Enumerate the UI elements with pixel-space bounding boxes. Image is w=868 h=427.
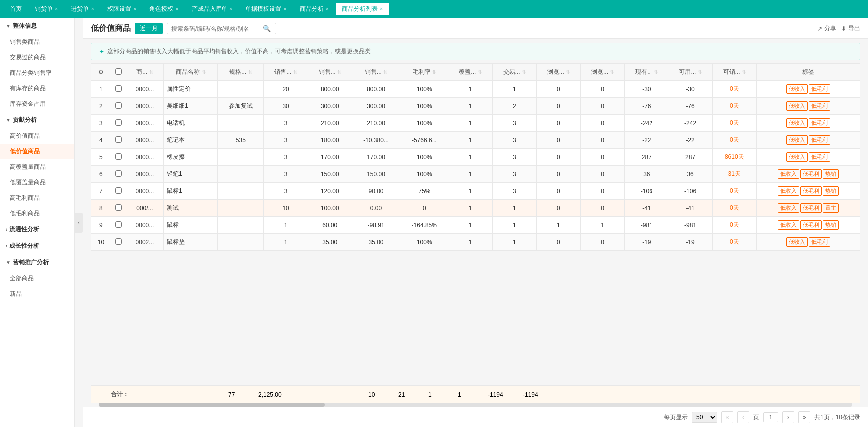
row-checkbox[interactable] xyxy=(115,136,122,143)
col-name[interactable]: 商品名称 ⇅ xyxy=(163,64,217,81)
sidebar-item-high-margin[interactable]: 高毛利商品 xyxy=(0,190,74,206)
gear-icon[interactable]: ⚙ xyxy=(98,69,104,76)
views-link[interactable]: 0 xyxy=(557,120,560,127)
cell-checkbox[interactable] xyxy=(111,98,126,115)
col-gear[interactable]: ⚙ xyxy=(91,64,111,81)
views-link[interactable]: 1 xyxy=(557,222,560,229)
nav-home[interactable]: 首页 xyxy=(4,3,28,15)
last-page-button[interactable]: » xyxy=(798,411,810,423)
col-sales-qty[interactable]: 销售... ⇅ xyxy=(264,64,308,81)
cell-checkbox[interactable] xyxy=(111,234,126,251)
row-checkbox[interactable] xyxy=(115,119,122,126)
cell-checkbox[interactable] xyxy=(111,115,126,132)
sidebar-item-new-products[interactable]: 新品 xyxy=(0,286,74,302)
cell-views1[interactable]: 0 xyxy=(536,81,580,98)
sidebar-item-low-value[interactable]: 低价值商品 xyxy=(0,144,74,159)
sidebar-item-all-products[interactable]: 全部商品 xyxy=(0,271,74,286)
views-link[interactable]: 0 xyxy=(557,171,560,178)
per-page-select[interactable]: 50 100 200 xyxy=(692,412,717,423)
col-views1[interactable]: 浏览... ⇅ xyxy=(536,64,580,81)
sidebar-item-low-coverage[interactable]: 低覆盖量商品 xyxy=(0,175,74,190)
cell-views1[interactable]: 0 xyxy=(536,115,580,132)
sidebar-item-high-value[interactable]: 高价值商品 xyxy=(0,128,74,144)
nav-product-inbound[interactable]: 产成品入库单 × xyxy=(186,3,238,15)
nav-role-auth[interactable]: 角色授权 × xyxy=(143,3,184,15)
sidebar-item-category-sales-rate[interactable]: 商品分类销售率 xyxy=(0,65,74,81)
col-sales-amount[interactable]: 销售... ⇅ xyxy=(352,64,400,81)
cell-views1[interactable]: 0 xyxy=(536,234,580,251)
next-page-button[interactable]: › xyxy=(782,411,794,423)
nav-close-icon[interactable]: × xyxy=(229,6,232,12)
share-button[interactable]: ↗ 分享 xyxy=(817,24,836,33)
export-button[interactable]: ⬇ 导出 xyxy=(841,24,860,33)
nav-close-icon[interactable]: × xyxy=(133,6,136,12)
col-views2[interactable]: 浏览... ⇅ xyxy=(581,64,625,81)
nav-template-settings[interactable]: 单据模板设置 × xyxy=(239,3,292,15)
col-tags[interactable]: 标签 xyxy=(756,64,860,81)
cell-views1[interactable]: 0 xyxy=(536,132,580,149)
sidebar-collapse-button[interactable]: ‹ xyxy=(75,213,83,233)
col-margin-rate[interactable]: 毛利率 ⇅ xyxy=(400,64,448,81)
row-checkbox[interactable] xyxy=(115,221,122,228)
views-link[interactable]: 0 xyxy=(557,239,560,246)
nav-product-analysis[interactable]: 商品分析 × xyxy=(294,3,335,15)
nav-close-icon[interactable]: × xyxy=(380,6,383,12)
row-checkbox[interactable] xyxy=(115,238,122,245)
row-checkbox[interactable] xyxy=(115,170,122,177)
cell-checkbox[interactable] xyxy=(111,81,126,98)
sidebar-item-inventory-capital[interactable]: 库存资金占用 xyxy=(0,96,74,112)
select-all-checkbox[interactable] xyxy=(115,68,122,75)
nav-close-icon[interactable]: × xyxy=(55,6,58,12)
col-saleable[interactable]: 可销... ⇅ xyxy=(712,64,756,81)
col-checkbox[interactable] xyxy=(111,64,126,81)
first-page-button[interactable]: « xyxy=(721,411,733,423)
nav-purchase-order[interactable]: 进货单 × xyxy=(65,3,100,15)
search-input[interactable] xyxy=(171,25,261,32)
sidebar-item-low-margin[interactable]: 低毛利商品 xyxy=(0,206,74,221)
sidebar-group-overall[interactable]: ▼ 整体信息 xyxy=(0,18,74,34)
sidebar-group-growth[interactable]: › 成长性分析 xyxy=(0,238,74,254)
views-link[interactable]: 0 xyxy=(557,137,560,144)
views-link[interactable]: 0 xyxy=(557,205,560,212)
col-code[interactable]: 商... ⇅ xyxy=(126,64,163,81)
col-sales-price[interactable]: 销售... ⇅ xyxy=(308,64,352,81)
col-current-stock[interactable]: 现有... ⇅ xyxy=(625,64,668,81)
time-filter-button[interactable]: 近一月 xyxy=(135,23,163,34)
views-link[interactable]: 0 xyxy=(557,103,560,110)
sidebar-item-sales-products[interactable]: 销售类商品 xyxy=(0,34,74,50)
sidebar-group-contribution[interactable]: ▼ 贡献分析 xyxy=(0,112,74,128)
cell-checkbox[interactable] xyxy=(111,183,126,200)
cell-checkbox[interactable] xyxy=(111,200,126,217)
nav-close-icon[interactable]: × xyxy=(326,6,329,12)
nav-close-icon[interactable]: × xyxy=(283,6,286,12)
col-spec[interactable]: 规格... ⇅ xyxy=(218,64,264,81)
nav-sales-order[interactable]: 销货单 × xyxy=(29,3,64,15)
cell-views1[interactable]: 0 xyxy=(536,166,580,183)
cell-checkbox[interactable] xyxy=(111,166,126,183)
row-checkbox[interactable] xyxy=(115,85,122,92)
views-link[interactable]: 0 xyxy=(557,86,560,93)
sidebar-group-liquidity[interactable]: › 流通性分析 xyxy=(0,221,74,238)
search-icon[interactable]: 🔍 xyxy=(263,25,271,32)
nav-product-analysis-list[interactable]: 商品分析列表 × xyxy=(336,3,389,15)
col-available-stock[interactable]: 可用... ⇅ xyxy=(668,64,712,81)
row-checkbox[interactable] xyxy=(115,187,122,194)
cell-views1[interactable]: 0 xyxy=(536,98,580,115)
sidebar-item-traded-products[interactable]: 交易过的商品 xyxy=(0,50,74,65)
cell-views1[interactable]: 0 xyxy=(536,149,580,166)
cell-checkbox[interactable] xyxy=(111,217,126,234)
nav-close-icon[interactable]: × xyxy=(175,6,178,12)
col-transactions[interactable]: 交易... ⇅ xyxy=(492,64,536,81)
page-number-input[interactable] xyxy=(763,412,778,422)
row-checkbox[interactable] xyxy=(115,102,122,109)
cell-views1[interactable]: 1 xyxy=(536,217,580,234)
cell-checkbox[interactable] xyxy=(111,132,126,149)
footer-scrollbar[interactable] xyxy=(99,403,852,407)
views-link[interactable]: 0 xyxy=(557,188,560,195)
row-checkbox[interactable] xyxy=(115,204,122,211)
sidebar-group-marketing[interactable]: ▼ 营销推广分析 xyxy=(0,254,74,271)
nav-permission-settings[interactable]: 权限设置 × xyxy=(101,3,142,15)
cell-checkbox[interactable] xyxy=(111,149,126,166)
row-checkbox[interactable] xyxy=(115,153,122,160)
views-link[interactable]: 0 xyxy=(557,154,560,161)
